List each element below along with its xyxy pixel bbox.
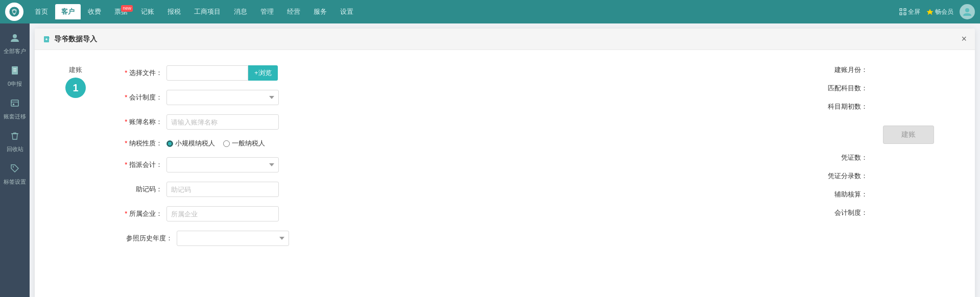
small-taxpayer-label: 小规模纳税人 <box>175 139 215 148</box>
svg-rect-2 <box>900 9 902 11</box>
vip-label: 畅会员 <box>935 8 953 16</box>
accounting-system-select[interactable] <box>166 90 279 105</box>
step-label: 建账 <box>69 65 82 75</box>
svg-rect-14 <box>13 104 14 105</box>
user-avatar[interactable] <box>960 4 975 19</box>
affiliated-company-row: 所属企业： <box>116 206 801 221</box>
voucher-count-label: 凭证数： <box>822 153 868 162</box>
nav-item-messages[interactable]: 消息 <box>228 4 253 19</box>
voucher-entries-label: 凭证分录数： <box>822 171 868 181</box>
build-account-button[interactable]: 建账 <box>883 126 934 144</box>
svg-rect-4 <box>900 13 902 15</box>
assign-accountant-label: 指派会计： <box>116 160 162 169</box>
tax-type-radio-group: 小规模纳税人 一般纳税人 <box>166 139 265 148</box>
auxiliary-accounting-row: 辅助核算： <box>822 190 944 199</box>
sidebar-item-declaration[interactable]: 0申报 <box>0 61 30 92</box>
select-file-input[interactable] <box>166 65 248 81</box>
nav-item-operations[interactable]: 经营 <box>281 4 306 19</box>
affiliated-company-input[interactable] <box>166 206 279 221</box>
svg-point-8 <box>13 34 17 38</box>
reference-year-label: 参照历史年度： <box>116 234 173 243</box>
svg-point-7 <box>965 8 969 12</box>
svg-point-16 <box>13 166 14 167</box>
initial-balance-row: 科目期初数： <box>822 102 944 111</box>
nav-items: 首页 客户 收费 票据 new 记账 报税 工商项目 消息 管理 经营 服务 设… <box>29 4 899 19</box>
nav-item-fees[interactable]: 收费 <box>82 4 107 19</box>
nav-item-home[interactable]: 首页 <box>29 4 54 19</box>
dialog-title: 导爷数据导入 <box>43 35 97 44</box>
auxiliary-accounting-label: 辅助核算： <box>822 190 868 199</box>
all-customers-icon <box>10 33 20 45</box>
voucher-count-row: 凭证数： <box>822 153 944 162</box>
accounting-system-row: 会计制度： <box>116 90 801 105</box>
layout: 全部客户 0申报 账套迁移 <box>0 23 980 297</box>
svg-rect-9 <box>12 66 18 75</box>
sidebar-item-migration-label: 账套迁移 <box>4 113 26 120</box>
nav-item-customers[interactable]: 客户 <box>55 4 81 19</box>
ledger-name-row: 账簿名称： <box>116 114 801 130</box>
nav-item-services[interactable]: 服务 <box>307 4 333 19</box>
import-icon <box>43 35 51 43</box>
logo[interactable] <box>5 3 23 21</box>
top-nav: 首页 客户 收费 票据 new 记账 报税 工商项目 消息 管理 经营 服务 设… <box>0 0 980 23</box>
sidebar-item-tags[interactable]: 标签设置 <box>0 159 30 190</box>
memo-code-row: 助记码： <box>116 182 801 197</box>
ledger-name-input[interactable] <box>166 114 279 130</box>
voucher-entries-row: 凭证分录数： <box>822 171 944 181</box>
svg-rect-12 <box>11 100 18 106</box>
ledger-name-label: 账簿名称： <box>116 117 162 127</box>
assign-accountant-select[interactable] <box>166 157 279 172</box>
reference-year-select[interactable] <box>177 231 289 246</box>
assign-accountant-row: 指派会计： <box>116 157 801 172</box>
info-accounting-system-label: 会计制度： <box>822 208 868 217</box>
tags-icon <box>10 163 20 176</box>
general-taxpayer-option[interactable]: 一般纳税人 <box>223 139 265 148</box>
fullscreen-button[interactable]: 全屏 <box>899 8 920 16</box>
memo-code-input[interactable] <box>166 182 279 197</box>
general-taxpayer-radio[interactable] <box>223 140 230 147</box>
general-taxpayer-label: 一般纳税人 <box>232 139 265 148</box>
match-subjects-row: 匹配科目数： <box>822 84 944 93</box>
sidebar-item-recycle-label: 回收站 <box>7 145 23 153</box>
nav-item-management[interactable]: 管理 <box>254 4 280 19</box>
small-taxpayer-radio[interactable] <box>166 140 173 147</box>
sidebar-item-tags-label: 标签设置 <box>4 178 26 186</box>
svg-rect-5 <box>904 13 906 15</box>
select-file-label: 选择文件： <box>116 68 162 78</box>
sidebar-item-recycle[interactable]: 回收站 <box>0 127 30 157</box>
tax-type-row: 纳税性质： 小规模纳税人 一般纳税人 <box>116 139 801 148</box>
info-accounting-system-row: 会计制度： <box>822 208 944 217</box>
nav-item-business[interactable]: 工商项目 <box>188 4 227 19</box>
reference-year-row: 参照历史年度： <box>116 231 801 246</box>
main-content: 导爷数据导入 × 建账 1 选择文件： +浏览 <box>30 23 980 297</box>
step-section: 建账 1 <box>65 65 86 255</box>
fullscreen-label: 全屏 <box>908 8 920 16</box>
affiliated-company-label: 所属企业： <box>116 209 162 218</box>
svg-point-1 <box>13 10 16 13</box>
nav-item-tax[interactable]: 报税 <box>161 4 187 19</box>
migration-icon <box>10 98 20 111</box>
build-month-row: 建账月份： <box>822 65 944 75</box>
nav-item-invoices[interactable]: 票据 new <box>108 4 134 19</box>
sidebar-item-all-customers-label: 全部客户 <box>4 47 26 55</box>
match-subjects-label: 匹配科目数： <box>822 84 868 93</box>
nav-item-settings[interactable]: 设置 <box>334 4 360 19</box>
file-input-group: +浏览 <box>166 65 278 81</box>
form-section: 选择文件： +浏览 会计制度： <box>116 65 801 255</box>
accounting-system-label: 会计制度： <box>116 93 162 102</box>
vip-button[interactable]: 畅会员 <box>926 8 953 16</box>
browse-button[interactable]: +浏览 <box>248 65 278 81</box>
sidebar-item-all-customers[interactable]: 全部客户 <box>0 29 30 59</box>
nav-item-bookkeeping[interactable]: 记账 <box>135 4 160 19</box>
declaration-icon <box>10 65 20 78</box>
dialog-body: 建账 1 选择文件： +浏览 会计制度： <box>35 50 975 270</box>
dialog: 导爷数据导入 × 建账 1 选择文件： +浏览 <box>35 29 975 297</box>
close-button[interactable]: × <box>961 34 967 44</box>
memo-code-label: 助记码： <box>116 185 162 194</box>
small-taxpayer-option[interactable]: 小规模纳税人 <box>166 139 215 148</box>
sidebar-item-declaration-label: 0申报 <box>8 80 22 88</box>
svg-marker-6 <box>927 9 933 15</box>
dialog-header: 导爷数据导入 × <box>35 29 975 50</box>
build-month-label: 建账月份： <box>822 65 868 75</box>
sidebar-item-migration[interactable]: 账套迁移 <box>0 94 30 125</box>
